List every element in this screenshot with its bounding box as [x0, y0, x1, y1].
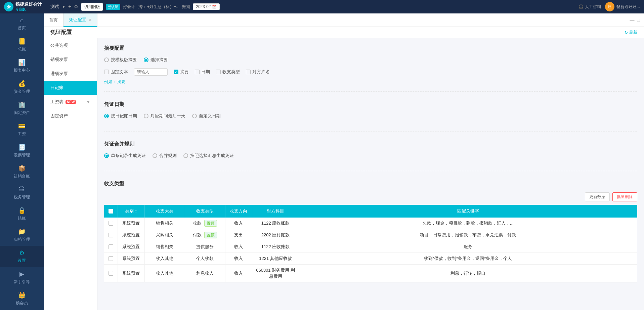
main-layout: ⌂ 首页 📒 总账 📊 报表中心 💰 资金管理 🏢 固定资产 💳 工资 🧾 发票… [0, 13, 644, 310]
inner-nav-sales-invoice[interactable]: 销项发票 [44, 52, 97, 67]
refresh-button[interactable]: ↻ 刷新 [625, 30, 637, 35]
sidebar-item-archive[interactable]: 📁 归档管理 [0, 225, 44, 246]
sidebar-item-assets[interactable]: 🏢 固定资产 [0, 98, 44, 119]
checkbox-fixed-text[interactable]: 固定文本 [104, 69, 128, 75]
radio-custom[interactable]: 自定义日期 [192, 113, 221, 119]
tab-voucher-config[interactable]: 凭证配置 ✕ [63, 13, 97, 27]
row-checkbox-3[interactable] [109, 256, 113, 261]
radio-period-last[interactable]: 对应期间最后一天 [144, 113, 185, 119]
sidebar-item-ledger[interactable]: 📒 总账 [0, 34, 44, 55]
sidebar-item-home[interactable]: ⌂ 首页 [0, 13, 44, 34]
inner-nav-fixed-assets-label: 固定资产 [50, 113, 68, 119]
radio-select-total-circle [183, 153, 188, 158]
td-check-1[interactable] [104, 229, 118, 241]
checkbox-counterparty[interactable]: 对方户名 [246, 69, 270, 75]
sidebar-item-invoice[interactable]: 🧾 发票管理 [0, 140, 44, 161]
radio-template[interactable]: 按模板版摘要 [104, 57, 137, 63]
sidebar-item-salary[interactable]: 💳 工资 [0, 119, 44, 140]
hint-text: 例如： 摘要 [104, 79, 637, 85]
th-direction: 收支方向 [225, 205, 252, 218]
table-header: 类别 ↕ 收支大类 收支类型 收支方向 对方科目 匹配关键字 [104, 205, 637, 218]
inner-nav-purchase-invoice[interactable]: 进项发票 [44, 67, 97, 81]
checkbox-counterparty-label: 对方户名 [252, 69, 270, 75]
sidebar-item-purchase[interactable]: 📦 进销台账 [0, 161, 44, 183]
sort-icon[interactable]: ↕ [135, 208, 137, 214]
radio-diary-date-label: 按日记账日期 [111, 113, 137, 119]
radio-merge-circle [153, 153, 157, 158]
inner-nav-diary[interactable]: 日记账 [44, 81, 97, 95]
row-checkbox-0[interactable] [109, 221, 113, 226]
sidebar: ⌂ 首页 📒 总账 📊 报表中心 💰 资金管理 🏢 固定资产 💳 工资 🧾 发票… [0, 13, 44, 310]
radio-select[interactable]: 选择摘要 [144, 57, 168, 63]
td-subject-4: 660301 财务费用 利息费用 [252, 265, 299, 282]
calendar-icon[interactable]: 📅 [212, 5, 217, 9]
td-major-0: 销售相关 [144, 218, 185, 229]
user-area[interactable]: 旺 畅捷通旺旺... [605, 2, 640, 11]
inner-nav-public[interactable]: 公共选项 [44, 38, 97, 52]
radio-select-total[interactable]: 按照选择汇总生成凭证 [183, 153, 234, 159]
td-check-3[interactable] [104, 253, 118, 265]
inner-nav-fixed-assets[interactable]: 固定资产 [44, 109, 97, 123]
tab-home[interactable]: 首页 [44, 13, 63, 27]
service-label: 人工咨询 [585, 4, 601, 10]
td-check-4[interactable] [104, 265, 118, 282]
switch-version-button[interactable]: 切到旧版 [81, 3, 103, 11]
type-label-0: 收款 [193, 221, 202, 226]
sidebar-item-close[interactable]: 🔒 结账 [0, 203, 44, 225]
td-direction-0: 收入 [225, 218, 252, 229]
checkbox-type[interactable]: 收支类型 [216, 69, 240, 75]
checkbox-summary[interactable]: 摘要 [174, 69, 189, 75]
maximize-button[interactable]: □ [637, 17, 640, 23]
example-value: 摘要 [117, 79, 125, 84]
row-checkbox-2[interactable] [109, 244, 113, 249]
type-label-1: 付款 [193, 232, 202, 237]
td-check-0[interactable] [104, 218, 118, 229]
dropdown-arrow[interactable]: ▼ [62, 5, 66, 9]
td-subject-0: 1122 应收账款 [252, 218, 299, 229]
radio-diary-date[interactable]: 按日记账日期 [104, 113, 137, 119]
logo: 会 畅捷通好会计 专业版 [4, 2, 48, 12]
table-row: 系统预置 销售相关 提供服务 收入 1122 应收账款 服务 [104, 241, 637, 253]
radio-merge[interactable]: 合并规则 [153, 153, 177, 159]
sidebar-item-vip[interactable]: 👑 畅会员 [0, 288, 44, 309]
th-check[interactable] [104, 205, 118, 218]
radio-merge-label: 合并规则 [159, 153, 177, 159]
tab-home-label: 首页 [49, 17, 58, 23]
sidebar-item-settings[interactable]: ⚙ 设置 [0, 246, 44, 267]
inner-nav-payroll[interactable]: 工资表 NEW ▼ [44, 95, 97, 109]
content-area: 首页 凭证配置 ✕ — □ 凭证配置 ↻ 刷新 公共选项 [44, 13, 644, 310]
settings-icon[interactable]: ⚙ [74, 4, 78, 9]
service-button[interactable]: 🎧 人工咨询 [578, 4, 601, 10]
topbar-right: 🎧 人工咨询 旺 畅捷通旺旺... [578, 2, 640, 11]
table-actions: 更新数据 批量删除 [104, 192, 637, 201]
td-check-2[interactable] [104, 241, 118, 253]
select-all-checkbox[interactable] [109, 209, 113, 214]
sidebar-item-guide[interactable]: ▶ 新手引导 [0, 267, 44, 288]
refresh-label: 刷新 [629, 30, 637, 35]
td-type-3: 个人收款 [185, 253, 225, 265]
sidebar-item-reports[interactable]: 📊 报表中心 [0, 55, 44, 77]
merge-radio-group: 单条记录生成凭证 合并规则 按照选择汇总生成凭证 [104, 153, 637, 159]
status-badge: 已认证 [106, 4, 120, 10]
td-major-2: 销售相关 [144, 241, 185, 253]
batch-delete-button[interactable]: 批量删除 [612, 192, 637, 201]
checkbox-date[interactable]: 日期 [195, 69, 210, 75]
radio-template-label: 按模板版摘要 [111, 57, 137, 63]
add-button[interactable]: + [68, 4, 71, 10]
fixed-text-input[interactable] [134, 68, 168, 76]
inner-nav-purchase-invoice-label: 进项发票 [50, 71, 68, 77]
tab-close-icon[interactable]: ✕ [88, 17, 92, 22]
update-data-button[interactable]: 更新数据 [585, 192, 610, 201]
summary-title: 摘要配置 [104, 45, 637, 51]
row-checkbox-4[interactable] [109, 271, 113, 276]
radio-single[interactable]: 单条记录生成凭证 [104, 153, 146, 159]
minimize-button[interactable]: — [630, 17, 635, 23]
payroll-expand-icon[interactable]: ▼ [86, 100, 90, 105]
tag-reset-0[interactable]: 置顶 [204, 220, 217, 227]
tag-reset-1[interactable]: 置顶 [204, 232, 217, 238]
row-checkbox-1[interactable] [109, 233, 113, 237]
sidebar-item-funds[interactable]: 💰 资金管理 [0, 77, 44, 98]
inner-nav: 公共选项 销项发票 进项发票 日记账 工资表 NEW ▼ 固定资产 [44, 38, 97, 310]
period-badge[interactable]: 2023-02 📅 [193, 3, 220, 10]
sidebar-item-tax[interactable]: 🏛 税务管理 [0, 183, 44, 203]
